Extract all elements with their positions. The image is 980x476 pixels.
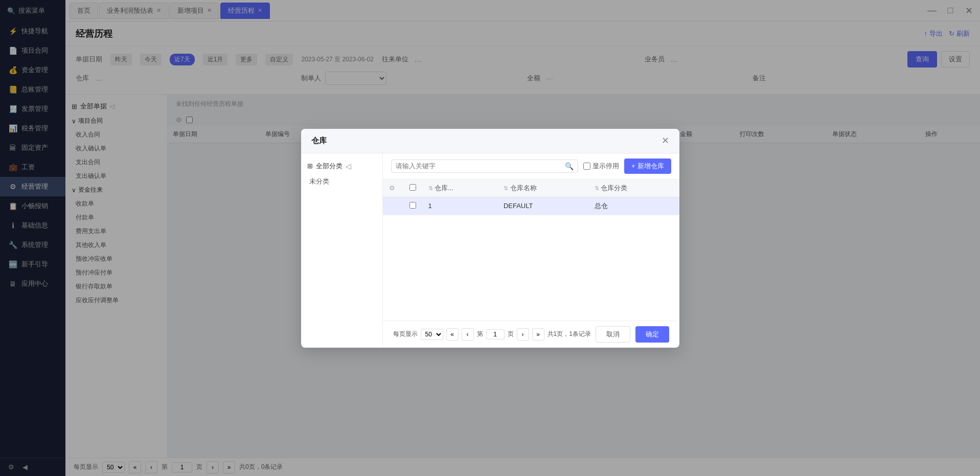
modal-pagination-row: 每页显示 50 « ‹ 第 页 › » 共1页，1条记录 [383,321,679,348]
modal-all-category-label: 全部分类 [316,162,343,171]
modal-left-collapse-btn[interactable]: ◁ [346,162,351,170]
modal-close-btn[interactable]: ✕ [662,135,669,146]
gear-icon-th[interactable]: ⚙ [389,184,395,192]
row-name: 总仓 [588,197,679,215]
modal-footer-btns: 取消 确定 [596,326,669,343]
row-id: 1 [422,197,497,215]
plus-icon: + [631,162,635,170]
modal-search-input[interactable] [396,162,562,170]
th-warehouse-code: ⇅ 仓库... [422,179,497,197]
modal-last-page[interactable]: » [532,328,544,341]
sort-icon-category[interactable]: ⇅ [595,185,599,191]
modal-cancel-btn[interactable]: 取消 [596,326,630,343]
add-warehouse-label: 新增仓库 [637,162,664,171]
modal-table: ⚙ ⇅ 仓库... ⇅ [383,179,679,215]
modal-page-input[interactable] [486,329,505,339]
modal-overlay: 仓库 ✕ ⊞ 全部分类 ◁ 未分类 🔍 [0,0,980,476]
row-checkbox [403,197,422,215]
row-settings [383,197,403,215]
search-icon-modal: 🔍 [565,162,574,170]
modal-toolbar: 🔍 显示停用 + 新增仓库 [383,153,679,179]
sort-icon-name[interactable]: ⇅ [504,185,508,191]
modal-header: 仓库 ✕ [301,129,679,153]
modal-left-panel: ⊞ 全部分类 ◁ 未分类 [301,153,383,348]
modal-body: ⊞ 全部分类 ◁ 未分类 🔍 显示停用 [301,153,679,348]
sort-icon-code[interactable]: ⇅ [428,185,433,191]
modal-total-label: 共1页，1条记录 [548,330,591,338]
modal-search-wrap: 🔍 [391,160,578,173]
row-select-checkbox[interactable] [409,202,416,209]
row-code: DEFAULT [497,197,588,215]
th-modal-settings: ⚙ [383,179,403,197]
table-row[interactable]: 1 DEFAULT 总仓 [383,197,679,215]
modal-table-wrap: ⚙ ⇅ 仓库... ⇅ [383,179,679,321]
modal-next-page[interactable]: › [517,328,529,341]
show-disabled-checkbox[interactable] [583,163,590,170]
th-warehouse-category: ⇅ 仓库分类 [588,179,679,197]
show-disabled-text: 显示停用 [592,162,619,171]
grid-icon-modal: ⊞ [307,162,313,170]
modal-prev-page[interactable]: ‹ [462,328,474,341]
modal-left-header[interactable]: ⊞ 全部分类 ◁ [301,158,382,174]
th-modal-checkbox [403,179,422,197]
warehouse-modal: 仓库 ✕ ⊞ 全部分类 ◁ 未分类 🔍 [301,129,679,348]
modal-left-item-uncategorized[interactable]: 未分类 [301,174,382,189]
modal-pagination: 每页显示 50 « ‹ 第 页 › » 共1页，1条记录 [393,328,596,341]
modal-page-label: 第 [477,330,483,338]
modal-right-panel: 🔍 显示停用 + 新增仓库 [383,153,679,348]
modal-select-all[interactable] [409,184,416,191]
modal-first-page[interactable]: « [446,328,459,341]
add-warehouse-btn[interactable]: + 新增仓库 [624,158,671,174]
modal-confirm-btn[interactable]: 确定 [635,326,669,343]
modal-page-size-label: 每页显示 [393,330,418,338]
modal-page-size-select[interactable]: 50 [421,329,443,340]
modal-page-unit: 页 [508,330,514,338]
th-warehouse-name: ⇅ 仓库名称 [497,179,588,197]
modal-title: 仓库 [311,136,662,146]
show-disabled-label: 显示停用 [583,162,619,171]
